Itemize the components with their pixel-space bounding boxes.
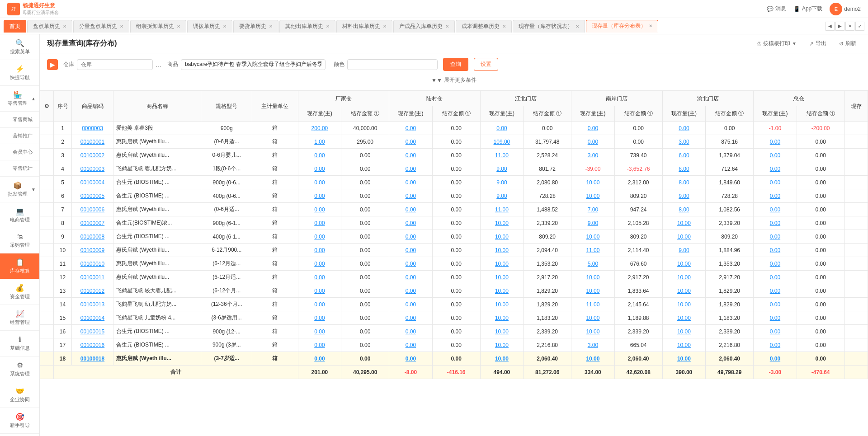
td-c3-qty[interactable]: 10.00 — [480, 257, 524, 271]
tab-11[interactable]: 现存量（库存分布表） ✕ — [586, 20, 658, 33]
tab-8[interactable]: 产成品入库单历史 ✕ — [393, 20, 455, 33]
td-total-qty[interactable]: 0.00 — [754, 338, 797, 352]
user-area[interactable]: E demo2 — [830, 3, 861, 15]
sidebar-item-nav[interactable]: ⚡ 快捷导航 — [0, 60, 39, 86]
expand-conditions-btn[interactable]: ▼▼ 展开更多条件 — [428, 75, 480, 86]
td-c3-qty[interactable]: 11.00 — [480, 149, 524, 162]
td-c4-qty[interactable]: 5.00 — [571, 257, 615, 271]
td-code[interactable]: 00100011 — [72, 271, 113, 284]
td-c1-qty[interactable]: 0.00 — [298, 149, 341, 162]
tab-9[interactable]: 成本调整单历史 ✕ — [456, 20, 512, 33]
td-c2-qty[interactable]: 0.00 — [389, 311, 433, 325]
td-total-qty[interactable]: 0.00 — [754, 325, 797, 338]
td-c4-qty[interactable]: 10.00 — [571, 271, 615, 284]
td-c5-qty[interactable]: 6.00 — [662, 149, 706, 162]
td-c3-qty[interactable]: 10.00 — [480, 230, 524, 244]
td-c2-qty[interactable]: 0.00 — [389, 271, 433, 284]
sidebar-item-retail-stats[interactable]: 零售统计 — [0, 160, 39, 177]
td-total-qty[interactable]: 0.00 — [754, 298, 797, 311]
td-code[interactable]: 00100012 — [72, 284, 113, 298]
td-c3-qty[interactable]: 10.00 — [480, 216, 524, 230]
td-c4-qty[interactable]: 9.00 — [571, 216, 615, 230]
td-c1-qty[interactable]: 0.00 — [298, 338, 341, 352]
td-c5-qty[interactable]: 8.00 — [662, 176, 706, 189]
sidebar-item-guide[interactable]: 🎯 新手引导 — [0, 408, 39, 434]
td-c3-qty[interactable]: 10.00 — [480, 244, 524, 257]
sidebar-item-app-center[interactable]: 🔲 应用中心 — [0, 434, 39, 436]
td-c4-qty[interactable]: 7.00 — [571, 203, 615, 216]
td-c5-qty[interactable]: 10.00 — [662, 325, 706, 338]
refresh-btn[interactable]: ↺ 刷新 — [835, 38, 861, 49]
td-c5-qty[interactable]: 0.00 — [662, 122, 706, 135]
td-total-qty[interactable]: 0.00 — [754, 176, 797, 189]
td-total-qty[interactable]: 0.00 — [754, 284, 797, 298]
td-c5-qty[interactable]: 10.00 — [662, 284, 706, 298]
tab-1[interactable]: 盘点单历史 ✕ — [27, 20, 72, 33]
td-c3-qty[interactable]: 9.00 — [480, 176, 524, 189]
td-total-qty[interactable]: 0.00 — [754, 149, 797, 162]
td-c1-qty[interactable]: 0.00 — [298, 271, 341, 284]
td-total-qty[interactable]: 0.00 — [754, 230, 797, 244]
td-c4-qty[interactable]: 10.00 — [571, 176, 615, 189]
sidebar-item-wholesale[interactable]: 📦 批发管理 ▼ — [0, 177, 39, 202]
td-c3-qty[interactable]: 10.00 — [480, 284, 524, 298]
export-btn[interactable]: ↗ 导出 — [805, 38, 831, 49]
td-c1-qty[interactable]: 0.00 — [298, 216, 341, 230]
td-c4-qty[interactable]: 10.00 — [571, 311, 615, 325]
td-c4-qty[interactable]: -39.00 — [571, 162, 615, 176]
td-code[interactable]: 00100015 — [72, 325, 113, 338]
td-c1-qty[interactable]: 0.00 — [298, 203, 341, 216]
tab-3-close[interactable]: ✕ — [177, 24, 180, 29]
td-c1-qty[interactable]: 0.00 — [298, 284, 341, 298]
td-c4-qty[interactable]: 10.00 — [571, 284, 615, 298]
td-c2-qty[interactable]: 0.00 — [389, 352, 433, 366]
message-btn[interactable]: 💬 消息 — [767, 5, 786, 13]
td-c2-qty[interactable]: 0.00 — [389, 338, 433, 352]
tab-6[interactable]: 其他出库单历史 ✕ — [279, 20, 335, 33]
goods-input[interactable] — [181, 59, 326, 70]
tab-2-close[interactable]: ✕ — [120, 24, 123, 29]
td-c4-qty[interactable]: 11.00 — [571, 298, 615, 311]
td-c5-qty[interactable]: 10.00 — [662, 311, 706, 325]
print-btn[interactable]: 🖨 按模板打印 ▼ — [751, 38, 801, 49]
setting-button[interactable]: 设置 — [474, 58, 498, 71]
td-c2-qty[interactable]: 0.00 — [389, 257, 433, 271]
td-c5-qty[interactable]: 10.00 — [662, 271, 706, 284]
td-c3-qty[interactable]: 10.00 — [480, 298, 524, 311]
sidebar-item-member[interactable]: 会员中心 — [0, 144, 39, 160]
td-c2-qty[interactable]: 0.00 — [389, 189, 433, 203]
td-c5-qty[interactable]: 10.00 — [662, 257, 706, 271]
td-c3-qty[interactable]: 10.00 — [480, 311, 524, 325]
td-c2-qty[interactable]: 0.00 — [389, 162, 433, 176]
tab-5-close[interactable]: ✕ — [269, 24, 273, 29]
sidebar-item-mall[interactable]: 零售商城 — [0, 112, 39, 128]
tab-9-close[interactable]: ✕ — [502, 24, 506, 29]
td-c4-qty[interactable]: 10.00 — [571, 325, 615, 338]
tab-2[interactable]: 分量盘点单历史 ✕ — [73, 20, 129, 33]
td-c4-qty[interactable]: 3.00 — [571, 338, 615, 352]
tab-6-close[interactable]: ✕ — [326, 24, 330, 29]
tab-next-btn[interactable]: ▶ — [835, 22, 844, 31]
td-c2-qty[interactable]: 0.00 — [389, 325, 433, 338]
td-total-qty[interactable]: 0.00 — [754, 257, 797, 271]
td-code[interactable]: 00100006 — [72, 203, 113, 216]
td-c1-qty[interactable]: 1.00 — [298, 135, 341, 149]
td-c4-qty[interactable]: 10.00 — [571, 230, 615, 244]
query-button[interactable]: 查询 — [443, 58, 468, 71]
td-c2-qty[interactable]: 0.00 — [389, 203, 433, 216]
sidebar-item-search[interactable]: 🔍 搜索英单 — [0, 34, 39, 60]
td-code[interactable]: 00100005 — [72, 189, 113, 203]
td-c1-qty[interactable]: 0.00 — [298, 298, 341, 311]
td-total-qty[interactable]: 0.00 — [754, 271, 797, 284]
td-c3-qty[interactable]: 10.00 — [480, 325, 524, 338]
td-c1-qty[interactable]: 0.00 — [298, 189, 341, 203]
td-code[interactable]: 00100008 — [72, 230, 113, 244]
td-c5-qty[interactable]: 10.00 — [662, 230, 706, 244]
td-c1-qty[interactable]: 0.00 — [298, 230, 341, 244]
td-c1-qty[interactable]: 0.00 — [298, 257, 341, 271]
td-c2-qty[interactable]: 0.00 — [389, 122, 433, 135]
td-c1-qty[interactable]: 0.00 — [298, 325, 341, 338]
td-c4-qty[interactable]: 10.00 — [571, 189, 615, 203]
td-c3-qty[interactable]: 10.00 — [480, 352, 524, 366]
td-c4-qty[interactable]: 3.00 — [571, 149, 615, 162]
